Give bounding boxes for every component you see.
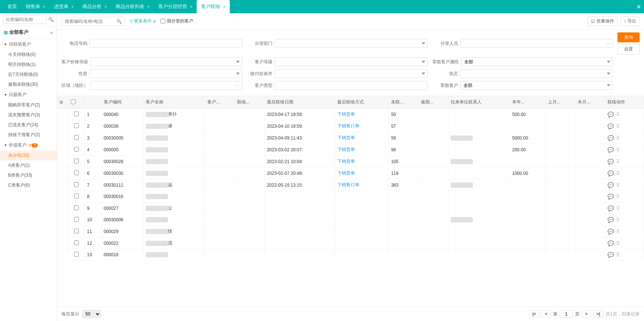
- filter-scattered-attr-select[interactable]: 全部: [461, 57, 613, 66]
- col-this-month-header[interactable]: 本月...: [575, 96, 605, 109]
- page-size-select[interactable]: 50 20 100: [82, 310, 101, 318]
- tab-sales-order[interactable]: 销售单 ×: [21, 0, 50, 13]
- apps-action-icon[interactable]: ⠿: [616, 217, 620, 223]
- sidebar-collapse-button[interactable]: «: [50, 30, 53, 35]
- message-action-icon[interactable]: 💬: [608, 123, 614, 129]
- filter-customer-level-select[interactable]: [275, 57, 427, 66]
- message-action-icon[interactable]: 💬: [608, 159, 614, 165]
- message-action-icon[interactable]: 💬: [608, 170, 614, 176]
- sidebar-search-icon[interactable]: 🔍: [48, 17, 54, 22]
- last-method-link[interactable]: 下销货单: [337, 159, 355, 164]
- sidebar-section-pending-contact[interactable]: ▼ 待联络客户: [0, 39, 57, 50]
- close-tab-purchase-order[interactable]: ×: [71, 4, 74, 9]
- col-select-all[interactable]: [68, 96, 85, 109]
- row-checkbox[interactable]: [74, 205, 79, 210]
- message-action-icon[interactable]: 💬: [608, 252, 614, 258]
- apps-action-icon[interactable]: ⠿: [616, 112, 620, 117]
- apps-action-icon[interactable]: ⠿: [616, 194, 620, 200]
- message-action-icon[interactable]: 💬: [608, 217, 614, 223]
- row-gear[interactable]: [57, 191, 68, 202]
- col-last-method-header[interactable]: 最后联络方式: [335, 96, 388, 109]
- apps-action-icon[interactable]: ⠿: [616, 182, 620, 188]
- row-gear[interactable]: [57, 237, 68, 249]
- tab-product-analysis-list[interactable]: 商品分析列表 ×: [111, 0, 154, 13]
- row-gear[interactable]: [57, 156, 68, 167]
- tab-product-analysis[interactable]: 商品分析 ×: [78, 0, 111, 13]
- row-gear[interactable]: [57, 226, 68, 237]
- apps-action-icon[interactable]: ⠿: [616, 123, 620, 129]
- sidebar-item-tomorrow-pending[interactable]: 明天待联络(1): [0, 60, 57, 70]
- sidebar-item-overdue-contact[interactable]: 逾期未联络(30): [0, 80, 57, 89]
- row-checkbox[interactable]: [74, 135, 79, 140]
- row-gear[interactable]: [57, 144, 68, 156]
- message-action-icon[interactable]: 💬: [608, 147, 614, 153]
- search-input[interactable]: [65, 19, 116, 24]
- prev-page-button[interactable]: <: [542, 310, 551, 318]
- close-tab-customer-contact[interactable]: ×: [223, 4, 225, 9]
- next-page-button[interactable]: >: [582, 310, 591, 318]
- row-checkbox[interactable]: [74, 170, 79, 175]
- apps-action-icon[interactable]: ⠿: [616, 240, 620, 246]
- col-contact-person-header[interactable]: 往来单位联系人: [448, 96, 510, 109]
- tab-customer-contact[interactable]: 客户联络 ×: [197, 0, 230, 13]
- apps-action-icon[interactable]: ⠿: [616, 170, 620, 176]
- search-icon[interactable]: 🔍: [116, 19, 122, 24]
- message-action-icon[interactable]: 💬: [608, 182, 614, 188]
- message-action-icon[interactable]: 💬: [608, 135, 614, 141]
- col-last-month-header[interactable]: 上月...: [546, 96, 576, 109]
- col-code-header[interactable]: 客户编码: [101, 96, 143, 109]
- filter-price-level-select[interactable]: [90, 57, 242, 66]
- filter-scattered-select[interactable]: 全部: [460, 81, 613, 90]
- page-number-input[interactable]: [560, 310, 573, 318]
- row-gear[interactable]: [57, 202, 68, 214]
- col-gear[interactable]: ⚙: [57, 96, 68, 109]
- row-gear[interactable]: [57, 132, 68, 144]
- row-checkbox[interactable]: [74, 194, 79, 198]
- sidebar-item-abnormal-hoard[interactable]: 囤购异常客户(2): [0, 100, 57, 110]
- row-checkbox[interactable]: [74, 240, 79, 245]
- region-more-icon[interactable]: ···: [235, 83, 239, 88]
- filter-payment-select[interactable]: [275, 69, 427, 78]
- row-gear[interactable]: [57, 214, 68, 226]
- row-gear[interactable]: [57, 249, 68, 261]
- sidebar-item-declining[interactable]: 持续下滑客户(2): [0, 130, 57, 140]
- refresh-icon[interactable]: ↺: [28, 143, 32, 148]
- last-method-link[interactable]: 下销货单: [337, 135, 355, 140]
- col-this-year-header[interactable]: 本年...: [510, 96, 545, 109]
- filter-phone-input[interactable]: [89, 39, 242, 48]
- export-button[interactable]: ↑ 导出: [620, 16, 640, 26]
- filter-customer-type-input[interactable]: [275, 81, 427, 90]
- last-method-link[interactable]: 下销货单: [337, 112, 355, 117]
- row-checkbox[interactable]: [74, 112, 79, 116]
- message-action-icon[interactable]: 💬: [608, 240, 614, 246]
- sidebar-item-class-c[interactable]: C类客户(6): [0, 180, 57, 190]
- close-tab-product-analysis-list[interactable]: ×: [147, 4, 149, 9]
- col-type-header[interactable]: 客户...: [205, 96, 235, 109]
- sidebar-search-input[interactable]: [3, 15, 47, 24]
- sidebar-item-today-pending[interactable]: 今天待联络(0): [0, 50, 57, 60]
- close-tab-product-analysis[interactable]: ×: [105, 4, 107, 9]
- sidebar-section-value-customers[interactable]: ▼ 价值客户 ↺ 7: [0, 140, 57, 151]
- last-method-link[interactable]: 下销货单: [337, 147, 355, 152]
- col-name-header[interactable]: 客户名称: [143, 96, 205, 109]
- col-contact-header[interactable]: 联络...: [235, 96, 264, 109]
- last-method-link[interactable]: 下销售订单: [337, 123, 359, 128]
- apps-action-icon[interactable]: ⠿: [616, 147, 620, 153]
- close-tab-customer-tiering[interactable]: ×: [190, 4, 192, 9]
- filter-status-select[interactable]: [460, 69, 613, 78]
- sidebar-item-class-b[interactable]: B类客户(33): [0, 170, 57, 180]
- select-all-checkbox[interactable]: [71, 99, 75, 104]
- sidebar-item-class-a[interactable]: A类客户(1): [0, 160, 57, 170]
- message-action-icon[interactable]: 💬: [608, 205, 614, 211]
- message-action-icon[interactable]: 💬: [608, 112, 614, 117]
- tab-purchase-order[interactable]: 进货单 ×: [50, 0, 78, 13]
- more-icon[interactable]: ···: [606, 41, 610, 46]
- apps-action-icon[interactable]: ⠿: [616, 229, 620, 234]
- window-close-button[interactable]: ✕: [636, 3, 641, 10]
- message-action-icon[interactable]: 💬: [608, 229, 614, 234]
- search-button[interactable]: 查询: [617, 32, 640, 42]
- row-gear[interactable]: [57, 120, 68, 132]
- batch-operation-button[interactable]: ☑ 批量操作: [588, 16, 617, 26]
- apps-action-icon[interactable]: ⠿: [616, 205, 620, 211]
- sidebar-section-problem-customers[interactable]: ▼ 问题客户: [0, 89, 57, 100]
